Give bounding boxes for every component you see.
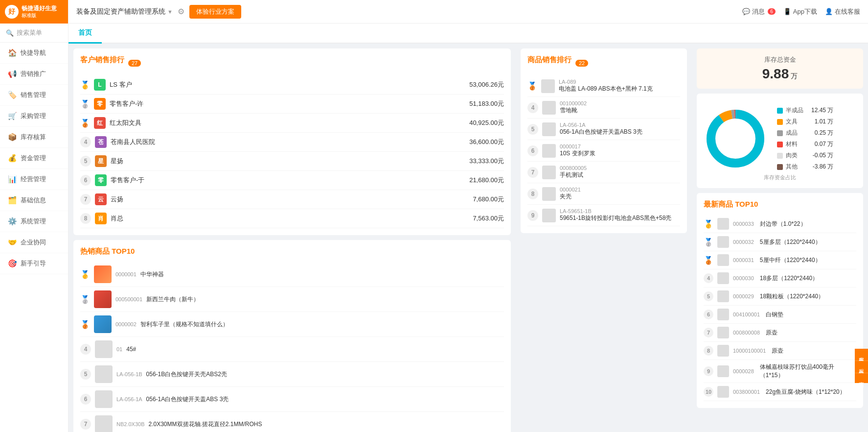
finance-icon: 💰 xyxy=(8,154,17,163)
sidebar-item-inventory[interactable]: 📦 库存核算 xyxy=(0,127,68,148)
list-item: 9 0000028 体械嘉枝味苏打饮品400毫升（1*15） xyxy=(704,360,856,383)
inventory-unit: 万 xyxy=(791,72,798,81)
product-image xyxy=(717,272,729,284)
avatar: 红 xyxy=(94,117,106,129)
legend-item-finished: 成品 0.25 万 xyxy=(777,129,833,137)
sidebar-item-quick-nav[interactable]: 🏠 快捷导航 xyxy=(0,43,68,64)
product-image xyxy=(94,315,112,333)
legend-item-other: 其他 -3.86 万 xyxy=(777,163,833,171)
rank-number: 7 xyxy=(80,194,91,205)
list-item: 🥉 LA-089 电池盖 LA-089 ABS本色+黑种 7.1克 xyxy=(527,75,680,97)
tab-home[interactable]: 首页 xyxy=(69,24,102,44)
gear-icon[interactable]: ⚙ xyxy=(178,7,184,16)
sidebar-item-basic-info[interactable]: 🗂️ 基础信息 xyxy=(0,190,68,211)
sidebar-item-operations[interactable]: 📊 经营管理 xyxy=(0,169,68,190)
product-image xyxy=(717,345,729,357)
customer-ranking-card: 客户销售排行 27 🥇 L LS 客户 53,006.26元 🥈 零 零售客户-… xyxy=(73,48,511,235)
rank-number: 8 xyxy=(527,189,538,199)
product-image xyxy=(542,122,556,136)
list-item: 4 01 45# xyxy=(80,337,504,362)
search-icon: 🔍 xyxy=(6,29,14,37)
table-row: 4 苍 苍南县人民医院 36,600.00元 xyxy=(80,133,504,152)
table-row: 🥇 L LS 客户 53,006.26元 xyxy=(80,75,504,95)
logo-text: 畅捷通好生意 标准版 xyxy=(22,5,57,19)
inventory-summary-card: 库存总资金 9.88 万 xyxy=(697,48,863,89)
product-image xyxy=(541,79,555,93)
notification-item[interactable]: 💬 消息 6 xyxy=(742,7,776,16)
rank-number: 4 xyxy=(527,102,538,113)
table-row: 🥉 红 红太阳文具 40,925.00元 xyxy=(80,114,504,133)
sidebar-item-finance[interactable]: 💰 资金管理 xyxy=(0,148,68,169)
sidebar-logo: 好 畅捷通好生意 标准版 xyxy=(0,0,68,24)
guide-icon: 🎯 xyxy=(8,259,17,268)
table-row: 6 零 零售客户-于 21,680.00元 xyxy=(80,171,504,190)
legend-dot-semifinished xyxy=(777,108,783,114)
top-header: 装备及固定资产辅助管理系统 ▼ ⚙ 体验行业方案 💬 消息 6 📱 App下载 … xyxy=(69,0,868,24)
customer-ranking-badge: 27 xyxy=(128,60,141,67)
rank-number: 9 xyxy=(704,366,713,376)
enterprise-icon: 🤝 xyxy=(8,238,17,247)
product-image xyxy=(542,187,556,201)
sidebar-item-marketing[interactable]: 📢 营销推广 xyxy=(0,64,68,85)
product-sales-title: 商品销售排行 xyxy=(527,55,571,65)
system-name: 装备及固定资产辅助管理系统 ▼ xyxy=(76,7,173,16)
sidebar-search[interactable]: 🔍 搜索菜单 xyxy=(0,24,68,43)
list-item: 🥇 0000033 封边带（1.0*22） xyxy=(704,215,856,233)
svg-point-5 xyxy=(716,119,755,158)
legend-dot-meat xyxy=(777,153,783,159)
service-community-button[interactable]: 服务社区 xyxy=(855,361,868,373)
rank-number: 10 xyxy=(704,387,713,397)
list-item: 9 LA-59651-1B 59651-1B旋转投影灯电池盒ABS黑色+58壳 xyxy=(527,205,680,226)
rank-number: 7 xyxy=(80,419,91,430)
rank-number: 7 xyxy=(527,167,538,178)
hot-products-title: 热销商品 TOP10 xyxy=(80,247,504,256)
sidebar: 好 畅捷通好生意 标准版 🔍 搜索菜单 🏠 快捷导航 📢 营销推广 🏷️ 销售管… xyxy=(0,0,69,432)
table-row: 🥈 零 零售客户-许 51,183.00元 xyxy=(80,95,504,114)
list-item: 6 004100001 白钢垫 xyxy=(704,306,856,324)
live-stream-button[interactable]: 直播 xyxy=(855,373,868,383)
newest-products-card: 最新商品 TOP10 🥇 0000033 封边带（1.0*22） 🥈 00000… xyxy=(697,193,863,408)
main-area: 装备及固定资产辅助管理系统 ▼ ⚙ 体验行业方案 💬 消息 6 📱 App下载 … xyxy=(69,0,868,432)
table-row: 8 肖 肖总 7,563.00元 xyxy=(80,209,504,228)
rank-number: 6 xyxy=(80,175,91,186)
purchase-icon: 🛒 xyxy=(8,112,17,120)
list-item: 5 0000029 18颗粒板（1220*2440） xyxy=(704,288,856,306)
rank-number: 4 xyxy=(704,273,713,283)
hot-products-card: 热销商品 TOP10 🥇 0000001 中华神器 🥈 000500001 新西… xyxy=(73,240,511,432)
mobile-icon: 📱 xyxy=(783,8,791,15)
chevron-down-icon[interactable]: ▼ xyxy=(167,9,173,15)
avatar: 肖 xyxy=(95,213,107,224)
online-service-item[interactable]: 👤 在线客服 xyxy=(825,7,860,16)
customer-service-hotline-button[interactable]: 客服热线 xyxy=(855,349,868,361)
customer-ranking-title: 客户销售排行 xyxy=(80,55,124,65)
marketing-icon: 📢 xyxy=(8,70,17,78)
legend-dot-finished xyxy=(777,130,783,136)
sidebar-item-guide[interactable]: 🎯 新手引导 xyxy=(0,253,68,274)
list-item: 10 003800001 22g鱼豆腐-烧烤味（1*12*20） xyxy=(704,383,856,401)
list-item: 4 0000030 18多层（1220*2440） xyxy=(704,269,856,288)
list-item: 🥈 0000032 5厘多层（1220*2440） xyxy=(704,233,856,251)
rank-number: 6 xyxy=(527,145,538,156)
product-image xyxy=(542,144,556,158)
service-icon: 👤 xyxy=(825,8,833,15)
list-item: 🥉 0000002 智利车子里（规格不知道填什么） xyxy=(80,312,504,337)
list-item: 🥉 0000031 5厘中纤（1220*2440） xyxy=(704,251,856,269)
rank-number: 7 xyxy=(704,328,713,337)
product-image xyxy=(717,309,729,320)
product-image xyxy=(717,386,729,398)
app-download-item[interactable]: 📱 App下载 xyxy=(783,7,817,16)
basic-info-icon: 🗂️ xyxy=(8,196,17,205)
sidebar-item-purchase[interactable]: 🛒 采购管理 xyxy=(0,106,68,127)
sidebar-item-system[interactable]: ⚙️ 系统管理 xyxy=(0,211,68,232)
sidebar-item-sales[interactable]: 🏷️ 销售管理 xyxy=(0,85,68,106)
rank-number: 4 xyxy=(80,137,91,147)
middle-panel: 商品销售排行 22 🥉 LA-089 电池盖 LA-089 ABS本色+黑种 7… xyxy=(516,44,692,432)
donut-chart-container: 半成品 12.45 万 文具 1.01 万 成品 0.25 万 xyxy=(704,106,856,171)
product-image xyxy=(95,365,113,383)
trial-button[interactable]: 体验行业方案 xyxy=(189,5,241,19)
rank-number: 5 xyxy=(80,156,91,167)
inventory-label: 库存总资金 xyxy=(704,55,856,64)
sidebar-item-enterprise[interactable]: 🤝 企业协同 xyxy=(0,232,68,253)
list-item: 8 0000021 夹壳 xyxy=(527,183,680,205)
system-icon: ⚙️ xyxy=(8,217,17,226)
